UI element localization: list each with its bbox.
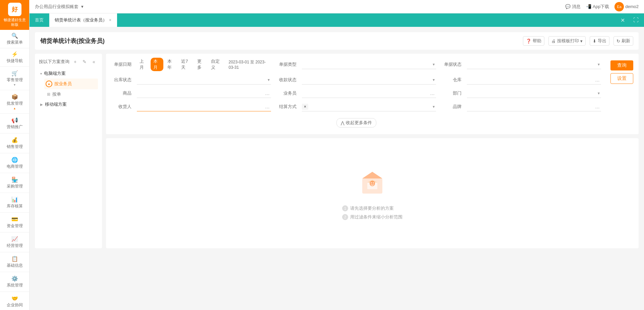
- help-btn[interactable]: ❓ 帮助: [523, 36, 544, 46]
- sidebar-enterprise[interactable]: 🤝 企业协同: [0, 292, 29, 310]
- left-panel-title: 按以下方案查询: [39, 59, 69, 65]
- page-header-actions: ❓ 帮助 🖨 按模板打印 ▾ ⬇ 导出 ↻ 刷新: [523, 36, 633, 46]
- left-panel-edit-btn[interactable]: ✎: [80, 58, 89, 66]
- logo-icon: 好: [8, 3, 21, 16]
- left-panel-collapse-btn[interactable]: «: [90, 58, 98, 66]
- pay-status-filter[interactable]: ▾: [302, 75, 436, 85]
- settings-button[interactable]: 设置: [610, 73, 633, 84]
- sidebar-purchase[interactable]: 🏪 采购管理: [0, 173, 29, 193]
- tab-close-window-icon[interactable]: ✕: [617, 15, 628, 25]
- filter-row-3: 商品 … 业务员 … 部门 ▾: [111, 89, 601, 98]
- tree-item-by-staff[interactable]: ● 按业务员: [44, 79, 98, 89]
- staff-dots-icon[interactable]: …: [430, 91, 435, 96]
- warehouse-filter[interactable]: …: [467, 75, 601, 85]
- staff-filter[interactable]: …: [302, 89, 436, 98]
- sidebar-logo[interactable]: 好 畅捷通好生意标版: [0, 0, 29, 30]
- basic-info-icon: 📋: [11, 256, 18, 262]
- dept-filter[interactable]: ▾: [467, 89, 601, 98]
- tab-home[interactable]: 首页: [30, 13, 49, 27]
- shortcut-more[interactable]: 更多: [195, 58, 207, 71]
- message-btn[interactable]: 💬 消息: [565, 4, 581, 10]
- sidebar-inventory[interactable]: 📊 库存核算: [0, 193, 29, 213]
- topbar-dropdown-icon[interactable]: ▾: [81, 4, 84, 9]
- sidebar-wholesale[interactable]: 📦 批发管理 ▴: [0, 90, 29, 114]
- consignee-label: 收货人: [111, 104, 131, 110]
- page-title: 销货单统计表(按业务员): [40, 37, 105, 45]
- page-content: 销货单统计表(按业务员) ❓ 帮助 🖨 按模板打印 ▾ ⬇ 导出 ↻ 刷新: [30, 27, 644, 310]
- help-label: 帮助: [533, 38, 541, 44]
- refresh-btn[interactable]: ↻ 刷新: [613, 36, 633, 46]
- consignee-dots-icon[interactable]: …: [265, 104, 270, 109]
- doc-status-label: 单据状态: [441, 61, 462, 67]
- sidebar-sales[interactable]: 💰 销售管理: [0, 134, 29, 153]
- app-download-label: App下载: [593, 4, 609, 10]
- tree-mobile-section[interactable]: ▶ 移动端方案: [39, 99, 98, 109]
- goods-filter[interactable]: …: [137, 89, 271, 98]
- sidebar-search-menu[interactable]: 🔍 搜索菜单: [0, 30, 29, 48]
- tab-sales-report[interactable]: 销货单统计表（按业务员） ×: [49, 13, 117, 27]
- wholesale-expand-icon: ▴: [14, 106, 15, 110]
- goods-dots-icon[interactable]: …: [265, 91, 270, 96]
- svg-point-5: [371, 183, 372, 184]
- message-label: 消息: [572, 4, 581, 10]
- date-label: 单据日期: [111, 61, 131, 67]
- collapse-btn-label: 收起更多条件: [346, 120, 372, 126]
- left-panel-header: 按以下方案查询 + ✎ «: [39, 58, 98, 66]
- shortcut-this-month[interactable]: 本月: [151, 58, 163, 71]
- step-2-num: 2: [342, 214, 348, 220]
- sidebar-operations[interactable]: 📈 经营管理: [0, 232, 29, 252]
- shortcut-custom[interactable]: 自定义: [208, 58, 224, 71]
- tree-mobile-arrow-right-icon: ▶: [40, 103, 43, 106]
- consignee-filter[interactable]: …: [137, 102, 271, 111]
- shortcut-last-month[interactable]: 上月: [137, 58, 149, 71]
- collapse-row: ⋀ 收起更多条件: [111, 115, 601, 130]
- left-panel-icons: + ✎ «: [71, 58, 98, 66]
- ecommerce-label: 电商管理: [7, 164, 23, 169]
- print-btn[interactable]: 🖨 按模板打印 ▾: [548, 36, 586, 46]
- sidebar-finance[interactable]: 💳 资金管理: [0, 213, 29, 232]
- doc-type-dropdown-icon: ▾: [433, 62, 435, 67]
- basic-info-label: 基础信息: [7, 263, 23, 268]
- filter-actions: 查询 设置: [606, 58, 633, 130]
- warehouse-dots-icon[interactable]: …: [595, 77, 600, 83]
- filter-panel: 单据日期 上月 本月 本年 近7天 更多 自定义: [106, 54, 639, 134]
- svg-point-6: [373, 183, 374, 184]
- tree-item-by-order[interactable]: ⊞ 按单: [44, 89, 98, 99]
- tab-close-icon[interactable]: ×: [109, 18, 111, 22]
- edit-icon: ✎: [83, 59, 87, 64]
- tab-maximize-icon[interactable]: ⛶: [631, 15, 641, 25]
- export-icon: ⬇: [593, 39, 596, 44]
- sidebar-basic-info[interactable]: 📋 基础信息: [0, 252, 29, 272]
- sidebar-marketing[interactable]: 📢 营销推广: [0, 114, 29, 134]
- right-panel: 单据日期 上月 本月 本年 近7天 更多 自定义: [106, 54, 639, 248]
- goods-label: 商品: [111, 90, 131, 96]
- empty-step-1: 1 请先选择要分析的方案: [342, 204, 402, 213]
- filter-content: 单据日期 上月 本月 本年 近7天 更多 自定义: [111, 58, 633, 130]
- settlement-tag-x[interactable]: ×: [304, 104, 306, 109]
- doc-type-filter[interactable]: ▾: [302, 60, 436, 69]
- brand-filter[interactable]: …: [467, 102, 601, 111]
- left-panel-add-btn[interactable]: +: [71, 58, 79, 66]
- collapse-filter-btn[interactable]: ⋀ 收起更多条件: [336, 118, 376, 127]
- brand-dots-icon[interactable]: …: [595, 104, 600, 109]
- query-button[interactable]: 查询: [610, 60, 633, 70]
- print-dropdown-icon: ▾: [580, 39, 583, 44]
- sidebar-quick-nav[interactable]: ⚡ 快捷导航: [0, 48, 29, 67]
- settlement-filter[interactable]: × ▾: [302, 102, 436, 111]
- shortcut-last-7-days[interactable]: 近7天: [178, 58, 193, 71]
- filter-row-4: 收货人 … 结算方式 × ▾: [111, 102, 601, 111]
- user-profile-btn[interactable]: Ea demo2: [614, 2, 639, 11]
- export-btn[interactable]: ⬇ 导出: [590, 36, 609, 46]
- shortcut-this-year[interactable]: 本年: [165, 58, 177, 71]
- collapse-up-icon: ⋀: [341, 120, 344, 125]
- sidebar-ecommerce[interactable]: 🌐 电商管理: [0, 153, 29, 173]
- sidebar-retail[interactable]: 🛒 零售管理 ▾: [0, 67, 29, 90]
- doc-status-filter[interactable]: ▾: [467, 60, 601, 69]
- app-download-btn[interactable]: 📲 App下载: [586, 4, 609, 10]
- tree-pc-section[interactable]: ▾ 电脑端方案: [39, 68, 98, 79]
- by-order-label: 按单: [52, 91, 61, 97]
- system-label: 系统管理: [7, 282, 23, 288]
- sidebar-system[interactable]: ⚙️ 系统管理: [0, 272, 29, 292]
- tree-sub-pc: ● 按业务员 ⊞ 按单: [39, 79, 98, 99]
- out-status-filter[interactable]: ▾: [137, 75, 271, 85]
